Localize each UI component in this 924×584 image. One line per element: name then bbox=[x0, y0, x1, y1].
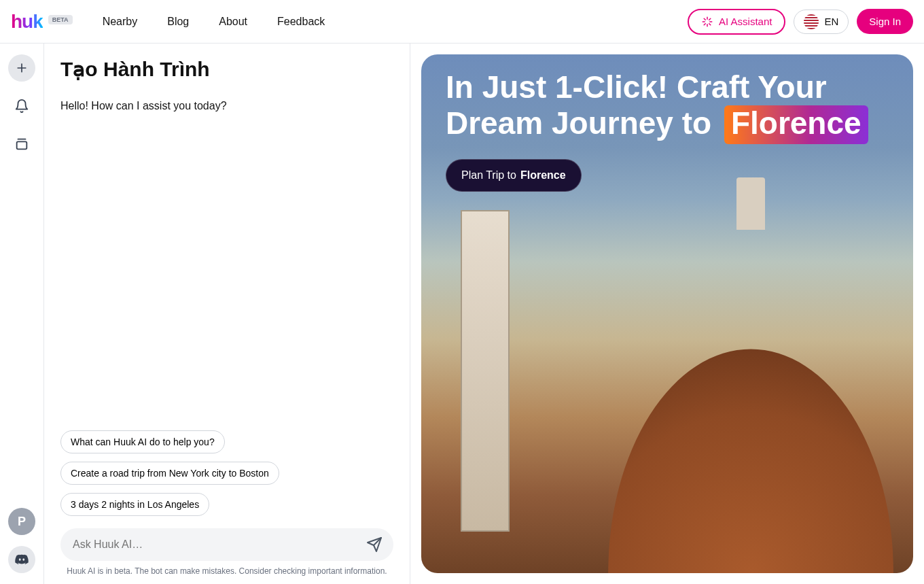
stack-icon bbox=[14, 137, 29, 152]
discord-icon bbox=[14, 552, 29, 567]
notifications-button[interactable] bbox=[8, 92, 35, 120]
language-code: EN bbox=[824, 16, 838, 27]
hero-panel: In Just 1-Click! Craft Your Dream Journe… bbox=[410, 44, 924, 584]
sparkle-icon bbox=[701, 16, 713, 28]
sign-in-button[interactable]: Sign In bbox=[857, 9, 913, 34]
hero-card: In Just 1-Click! Craft Your Dream Journe… bbox=[421, 54, 913, 573]
nav-nearby[interactable]: Nearby bbox=[103, 16, 138, 28]
header: huk BETA Nearby Blog About Feedback AI A… bbox=[0, 0, 924, 44]
new-chat-button[interactable] bbox=[8, 54, 35, 82]
chat-disclaimer: Huuk AI is in beta. The bot can make mis… bbox=[60, 566, 393, 576]
collections-button[interactable] bbox=[8, 131, 35, 158]
svg-rect-0 bbox=[17, 141, 27, 149]
flag-us-icon bbox=[804, 14, 819, 29]
hero-illustration-tower bbox=[461, 210, 510, 532]
suggestion-list: What can Huuk AI do to help you? Create … bbox=[60, 430, 393, 516]
header-right: AI Assistant EN Sign In bbox=[688, 9, 913, 35]
logo[interactable]: huk BETA bbox=[11, 11, 73, 33]
main-nav: Nearby Blog About Feedback bbox=[103, 16, 325, 28]
send-button[interactable] bbox=[363, 534, 385, 555]
plus-icon bbox=[15, 61, 29, 75]
plan-trip-prefix: Plan Trip to bbox=[461, 169, 516, 182]
send-icon bbox=[366, 536, 383, 553]
logo-text: huk bbox=[11, 11, 43, 33]
suggestion-chip[interactable]: What can Huuk AI do to help you? bbox=[60, 430, 225, 453]
plan-trip-destination: Florence bbox=[520, 169, 566, 182]
chat-input[interactable] bbox=[73, 538, 363, 551]
ai-assistant-button[interactable]: AI Assistant bbox=[688, 9, 785, 35]
beta-badge: BETA bbox=[48, 15, 73, 24]
left-rail: P bbox=[0, 44, 43, 584]
chat-input-row bbox=[60, 528, 393, 561]
nav-about[interactable]: About bbox=[219, 16, 247, 28]
hero-illustration-dome bbox=[608, 200, 893, 573]
chat-panel: Tạo Hành Trình Hello! How can I assist y… bbox=[43, 44, 410, 584]
chat-title: Tạo Hành Trình bbox=[60, 57, 393, 81]
nav-blog[interactable]: Blog bbox=[167, 16, 189, 28]
discord-button[interactable] bbox=[8, 546, 35, 573]
bell-icon bbox=[14, 99, 29, 114]
hero-headline: In Just 1-Click! Craft Your Dream Journe… bbox=[446, 69, 889, 144]
hero-content: In Just 1-Click! Craft Your Dream Journe… bbox=[446, 69, 889, 192]
suggestion-chip[interactable]: 3 days 2 nights in Los Angeles bbox=[60, 493, 209, 516]
suggestion-chip[interactable]: Create a road trip from New York city to… bbox=[60, 462, 279, 485]
plan-trip-button[interactable]: Plan Trip to Florence bbox=[446, 159, 582, 192]
chat-greeting: Hello! How can I assist you today? bbox=[60, 100, 393, 112]
profile-avatar[interactable]: P bbox=[8, 508, 35, 535]
hero-destination: Florence bbox=[724, 105, 868, 144]
main-area: P Tạo Hành Trình Hello! How can I assist… bbox=[0, 44, 924, 584]
language-button[interactable]: EN bbox=[794, 10, 849, 34]
nav-feedback[interactable]: Feedback bbox=[277, 16, 325, 28]
ai-assistant-label: AI Assistant bbox=[719, 16, 772, 27]
